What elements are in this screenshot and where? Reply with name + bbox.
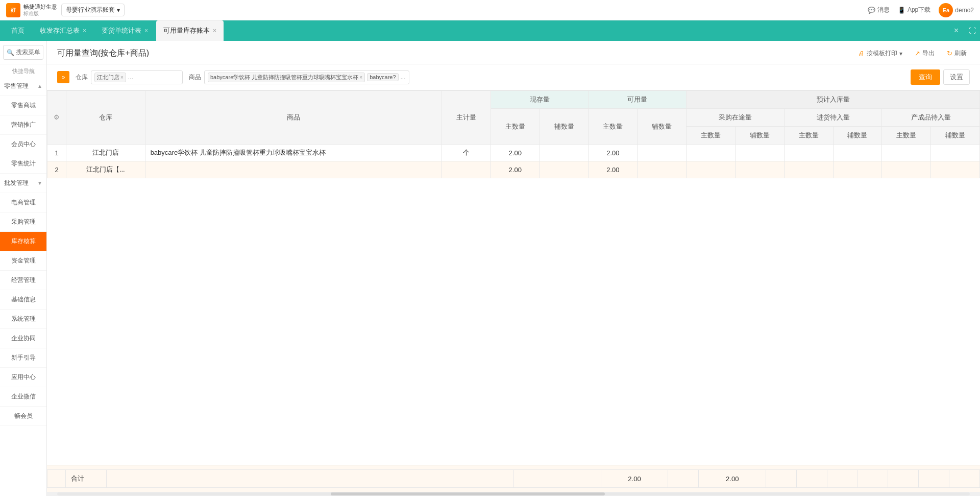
filter-actions: 查询 设置 (911, 69, 970, 85)
subtotal-avail-aux (638, 161, 687, 178)
sidebar-item-wecom[interactable]: 企业微信 (0, 387, 46, 407)
chevron-icon-2: ▼ (37, 180, 42, 186)
sidebar-item-system[interactable]: 系统管理 (0, 310, 46, 329)
row-avail-main: 2.00 (589, 145, 638, 161)
footer-stock-main: 2.00 (601, 470, 668, 488)
purchase-transit-header: 采购在途量 (687, 109, 785, 127)
search-menu-btn[interactable]: 🔍 搜索菜单 (3, 45, 43, 60)
row-unit: 个 (442, 145, 491, 161)
table-total-footer: 合计 2.00 2.00 (47, 465, 980, 492)
product-tag1-close[interactable]: × (359, 75, 362, 80)
row-warehouse: 江北门店 (66, 145, 145, 161)
nav-tabs: 首页 收发存汇总表 × 要货单统计表 × 可用量库存账本 × × ⛶ (0, 20, 980, 41)
message-btn[interactable]: 💬 消息 (868, 6, 890, 14)
table-row-subtotal: 2 江北门店【... 2.00 2.00 (47, 161, 980, 178)
sidebar-item-retail-mall[interactable]: 零售商城 (0, 96, 46, 115)
row-product: babycare学饮杯 儿童防摔防撞吸管杯重力球吸嘴杯宝宝水杯 (145, 145, 442, 161)
warehouse-more[interactable]: ... (128, 74, 133, 81)
sidebar-item-purchase[interactable]: 采购管理 (0, 212, 46, 232)
settings-col-header[interactable]: ⚙ (47, 91, 66, 145)
horizontal-scrollbar[interactable] (47, 492, 980, 496)
subtotal-unit (442, 161, 491, 178)
message-icon: 💬 (868, 7, 875, 14)
filter-bar: » 仓库 江北门店 × ... 商品 babycare学饮杯 儿童防摔防撞吸管杯… (47, 64, 980, 90)
content-area: 可用量查询(按仓库+商品) 🖨 按模板打印 ▾ ↗ 导出 ↻ 刷新 » (47, 41, 980, 496)
footer-fp-aux (949, 470, 980, 488)
sidebar-item-app-center[interactable]: 应用中心 (0, 368, 46, 387)
sidebar-item-inventory[interactable]: 库存核算 (0, 232, 46, 251)
ip-main-header: 主数量 (784, 127, 833, 145)
sidebar: 🔍 搜索菜单 快捷导航 零售管理 ▲ 零售商城 营销推广 会员中心 零售统计 批… (0, 41, 47, 496)
sidebar-item-retail-mgmt[interactable]: 零售管理 ▲ (0, 77, 46, 96)
warehouse-input[interactable]: 江北门店 × ... (91, 70, 183, 84)
tab-yao-huo-dan[interactable]: 要货单统计表 × (94, 20, 155, 41)
subtotal-pt-main (687, 161, 736, 178)
sidebar-item-ecommerce[interactable]: 电商管理 (0, 193, 46, 212)
settings-gear-icon[interactable]: ⚙ (53, 113, 61, 122)
sidebar-item-vip[interactable]: 畅会员 (0, 407, 46, 426)
sidebar-item-retail-stats[interactable]: 零售统计 (0, 154, 46, 174)
close-all-tabs[interactable]: × (949, 26, 964, 35)
chevron-icon: ▲ (37, 83, 42, 89)
footer-table: 合计 2.00 2.00 (47, 469, 980, 488)
available-group-header: 可用量 (589, 91, 687, 109)
scrollbar-track (57, 492, 970, 495)
sidebar-item-operation[interactable]: 经营管理 (0, 271, 46, 290)
product-col-header: 商品 (145, 91, 442, 145)
footer-label: 合计 (66, 470, 107, 488)
subtotal-stock-aux (540, 161, 589, 178)
settings-btn[interactable]: 设置 (943, 69, 970, 85)
pt-aux-header: 辅数量 (735, 127, 784, 145)
footer-empty1 (47, 470, 66, 488)
sidebar-item-wholesale[interactable]: 批发管理 ▼ (0, 174, 46, 193)
available-main-header: 主数量 (589, 109, 638, 145)
row-avail-aux (638, 145, 687, 161)
query-btn[interactable]: 查询 (911, 69, 940, 85)
quick-nav-label[interactable]: 快捷导航 (0, 64, 46, 77)
tab-close-0[interactable]: × (83, 27, 86, 34)
footer-avail-aux (766, 470, 797, 488)
product-more[interactable]: ... (401, 74, 406, 81)
expand-nav-icon[interactable]: ⛶ (965, 27, 980, 35)
subtotal-ip-main (784, 161, 833, 178)
row-ip-main (784, 145, 833, 161)
product-input[interactable]: babycare学饮杯 儿童防摔防撞吸管杯重力球吸嘴杯宝宝水杯 × babyca… (204, 70, 409, 84)
industry-selector[interactable]: 母婴行业演示账套 ▾ (61, 4, 125, 16)
tab-shou-fa-cun[interactable]: 收发存汇总表 × (33, 20, 93, 41)
warehouse-tag-close[interactable]: × (120, 75, 124, 80)
subtotal-index: 2 (47, 161, 66, 178)
row-ip-aux (833, 145, 882, 161)
available-aux-header: 辅数量 (638, 109, 687, 145)
warehouse-filter: 仓库 江北门店 × ... (76, 70, 183, 84)
sidebar-item-marketing[interactable]: 营销推广 (0, 115, 46, 135)
tab-home[interactable]: 首页 (4, 26, 32, 35)
sidebar-item-basic[interactable]: 基础信息 (0, 290, 46, 310)
footer-stock-aux (668, 470, 699, 488)
sidebar-item-member[interactable]: 会员中心 (0, 135, 46, 154)
app-icon: 📱 (898, 7, 905, 14)
sidebar-item-finance[interactable]: 资金管理 (0, 251, 46, 271)
page-header: 可用量查询(按仓库+商品) 🖨 按模板打印 ▾ ↗ 导出 ↻ 刷新 (47, 41, 980, 64)
scrollbar-thumb[interactable] (331, 492, 604, 495)
top-bar-left: 好 畅捷通好生意 标准版 母婴行业演示账套 ▾ (6, 3, 125, 17)
filter-expand-btn[interactable]: » (57, 71, 69, 83)
row-pt-main (687, 145, 736, 161)
sidebar-item-newbie[interactable]: 新手引导 (0, 348, 46, 368)
footer-fp-main (919, 470, 949, 488)
subtotal-pt-aux (735, 161, 784, 178)
print-btn[interactable]: 🖨 按模板打印 ▾ (855, 47, 905, 60)
stock-group-header: 现存量 (491, 91, 589, 109)
user-menu[interactable]: Ea demo2 (939, 3, 974, 17)
footer-pt-aux (827, 470, 857, 488)
ip-aux-header: 辅数量 (833, 127, 882, 145)
app-download-btn[interactable]: 📱 App下载 (898, 6, 930, 14)
sidebar-item-enterprise[interactable]: 企业协同 (0, 329, 46, 348)
export-btn[interactable]: ↗ 导出 (912, 47, 938, 60)
tab-keyong-liang[interactable]: 可用量库存账本 × (156, 20, 224, 41)
footer-row: 合计 2.00 2.00 (47, 470, 980, 488)
tab-close-2[interactable]: × (213, 27, 216, 34)
sidebar-search: 🔍 搜索菜单 (0, 41, 46, 64)
tab-close-1[interactable]: × (144, 27, 148, 34)
refresh-btn[interactable]: ↻ 刷新 (944, 47, 970, 60)
subtotal-stock-main: 2.00 (491, 161, 540, 178)
